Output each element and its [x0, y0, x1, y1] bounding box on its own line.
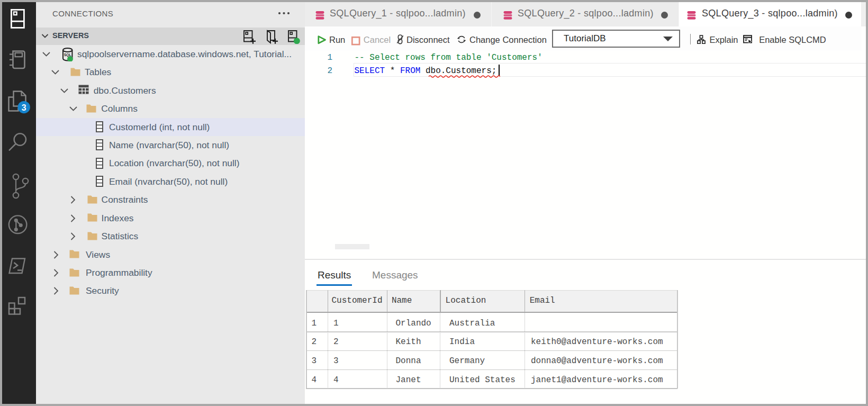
svg-text:3: 3 — [22, 103, 26, 112]
